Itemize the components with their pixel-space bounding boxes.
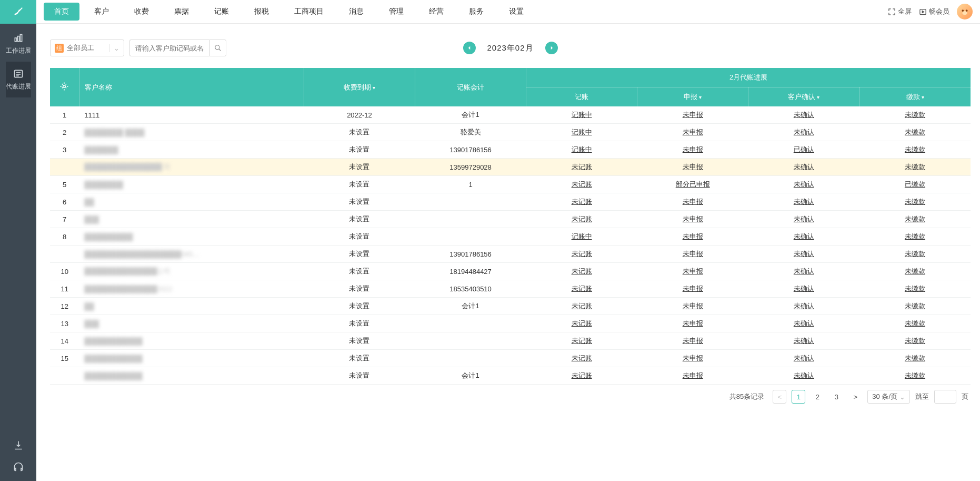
cell-declare[interactable]: 未申报 [637,228,748,246]
cell-bookkeeping[interactable]: 未记账 [526,280,637,298]
cell-bookkeeping[interactable]: 未记账 [526,350,637,367]
cell-declare[interactable]: 未申报 [637,124,748,141]
cell-pay[interactable]: 未缴款 [859,159,971,176]
col-pay[interactable]: 缴款▾ [859,87,971,107]
cell-bookkeeping[interactable]: 未记账 [526,176,637,193]
table-row[interactable]: 13███未设置未记账未申报未确认未缴款 [50,315,971,332]
search-button[interactable] [209,40,226,56]
search-input[interactable] [129,40,209,56]
employee-select[interactable]: 组 全部员工 ⌄ [50,40,124,56]
cell-declare[interactable]: 未申报 [637,367,748,385]
cell-bookkeeping[interactable]: 未记账 [526,193,637,211]
cell-confirm[interactable]: 未确认 [748,159,859,176]
cell-bookkeeping[interactable]: 记账中 [526,106,637,124]
table-row[interactable]: 111112022-12会计1记账中未申报未确认未缴款 [50,106,971,124]
sidebar-item-0[interactable]: 工作进展 [6,26,31,62]
cell-pay[interactable]: 未缴款 [859,124,971,141]
pager-page-1[interactable]: 1 [792,390,805,404]
cell-confirm[interactable]: 未确认 [748,176,859,193]
cell-pay[interactable]: 未缴款 [859,193,971,211]
cell-declare[interactable]: 未申报 [637,193,748,211]
table-row[interactable]: 12██未设置会计1未记账未申报未确认未缴款 [50,298,971,315]
table-row[interactable]: 11███████████████2022未设置18535403510未记账未申… [50,280,971,298]
table-row[interactable]: 10███████████████公司未设置18194484427未记账未申报未… [50,263,971,280]
pager-page-2[interactable]: 2 [811,390,824,404]
nav-item-1[interactable]: 客户 [84,3,119,21]
col-declare[interactable]: 申报▾ [637,87,748,107]
nav-item-9[interactable]: 经营 [418,3,454,21]
cell-confirm[interactable]: 已确认 [748,141,859,159]
cell-pay[interactable]: 未缴款 [859,141,971,159]
download-icon[interactable] [13,440,24,452]
prev-month-button[interactable] [463,42,475,54]
cell-confirm[interactable]: 未确认 [748,332,859,350]
cell-confirm[interactable]: 未确认 [748,193,859,211]
cell-pay[interactable]: 未缴款 [859,315,971,332]
cell-declare[interactable]: 未申报 [637,298,748,315]
nav-item-4[interactable]: 记账 [204,3,239,21]
table-row[interactable]: 5████████未设置1未记账部分已申报未确认已缴款 [50,176,971,193]
cell-pay[interactable]: 未缴款 [859,280,971,298]
cell-bookkeeping[interactable]: 未记账 [526,159,637,176]
pager-size-select[interactable]: 30 条/页 ⌄ [867,390,910,404]
cell-bookkeeping[interactable]: 未记账 [526,315,637,332]
cell-pay[interactable]: 未缴款 [859,106,971,124]
cell-confirm[interactable]: 未确认 [748,367,859,385]
cell-confirm[interactable]: 未确认 [748,350,859,367]
nav-item-7[interactable]: 消息 [338,3,374,21]
nav-item-6[interactable]: 工商项目 [284,3,334,21]
nav-item-2[interactable]: 收费 [124,3,159,21]
cell-declare[interactable]: 未申报 [637,332,748,350]
table-row[interactable]: 6██未设置未记账未申报未确认未缴款 [50,193,971,211]
fullscreen-button[interactable]: 全屏 [888,7,912,16]
table-row[interactable]: ████████████████ 司未设置13599729028未记账未申报未确… [50,159,971,176]
cell-declare[interactable]: 部分已申报 [637,176,748,193]
cell-declare[interactable]: 未申报 [637,350,748,367]
sidebar-item-1[interactable]: 代账进展 [6,62,31,97]
cell-pay[interactable]: 未缴款 [859,332,971,350]
nav-item-5[interactable]: 报税 [244,3,279,21]
nav-item-3[interactable]: 票据 [164,3,199,21]
cell-pay[interactable]: 已缴款 [859,176,971,193]
nav-item-8[interactable]: 管理 [378,3,414,21]
pager-jump-input[interactable] [934,390,956,404]
cell-bookkeeping[interactable]: 未记账 [526,298,637,315]
cell-bookkeeping[interactable]: 记账中 [526,141,637,159]
cell-confirm[interactable]: 未确认 [748,106,859,124]
pager-page-3[interactable]: 3 [829,390,843,404]
cell-declare[interactable]: 未申报 [637,263,748,280]
table-row[interactable]: 3███████未设置13901786156记账中未申报已确认未缴款 [50,141,971,159]
cell-bookkeeping[interactable]: 未记账 [526,263,637,280]
cell-confirm[interactable]: 未确认 [748,124,859,141]
col-gear[interactable] [50,68,79,106]
cell-declare[interactable]: 未申报 [637,246,748,263]
pager-next[interactable]: > [848,390,862,404]
cell-bookkeeping[interactable]: 记账中 [526,228,637,246]
cell-confirm[interactable]: 未确认 [748,263,859,280]
col-due[interactable]: 收费到期▾ [304,68,415,106]
cell-pay[interactable]: 未缴款 [859,350,971,367]
table-row[interactable]: 15████████████未设置未记账未申报未确认未缴款 [50,350,971,367]
cell-bookkeeping[interactable]: 记账中 [526,124,637,141]
cell-confirm[interactable]: 未确认 [748,298,859,315]
cell-pay[interactable]: 未缴款 [859,211,971,228]
table-row[interactable]: 2████████ ████未设置骆爱美记账中未申报未确认未缴款 [50,124,971,141]
col-confirm[interactable]: 客户确认▾ [748,87,859,107]
cell-declare[interactable]: 未申报 [637,141,748,159]
cell-confirm[interactable]: 未确认 [748,280,859,298]
cell-bookkeeping[interactable]: 未记账 [526,332,637,350]
cell-pay[interactable]: 未缴款 [859,298,971,315]
cell-pay[interactable]: 未缴款 [859,246,971,263]
cell-pay[interactable]: 未缴款 [859,228,971,246]
cell-declare[interactable]: 未申报 [637,315,748,332]
cell-pay[interactable]: 未缴款 [859,367,971,385]
table-row[interactable]: ████████████████████085…未设置13901786156未记… [50,246,971,263]
cell-confirm[interactable]: 未确认 [748,211,859,228]
nav-item-10[interactable]: 服务 [458,3,494,21]
table-row[interactable]: 7███未设置未记账未申报未确认未缴款 [50,211,971,228]
cell-confirm[interactable]: 未确认 [748,315,859,332]
support-icon[interactable] [13,462,24,474]
nav-item-11[interactable]: 设置 [498,3,534,21]
cell-bookkeeping[interactable]: 未记账 [526,367,637,385]
cell-pay[interactable]: 未缴款 [859,263,971,280]
